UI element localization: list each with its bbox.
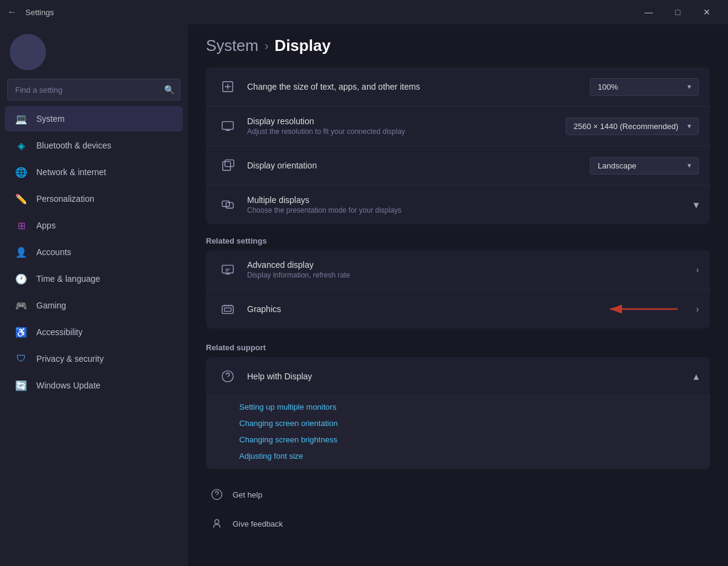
link-screen-brightness[interactable]: Changing screen brightness bbox=[206, 431, 710, 448]
link-multiple-monitors[interactable]: Setting up multiple monitors bbox=[206, 399, 710, 415]
multiple-displays-title: Multiple displays bbox=[247, 195, 693, 205]
sidebar-item-label: Windows Update bbox=[36, 381, 101, 390]
get-help-label: Get help bbox=[233, 490, 262, 499]
close-button[interactable]: ✕ bbox=[693, 2, 721, 22]
titlebar: ← Settings — □ ✕ bbox=[0, 0, 728, 24]
svg-rect-3 bbox=[225, 160, 234, 167]
sidebar-item-label: Accounts bbox=[36, 247, 71, 257]
multiple-displays-icon bbox=[217, 194, 239, 216]
help-icon bbox=[217, 365, 239, 387]
svg-rect-1 bbox=[222, 122, 233, 130]
graphics-control: › bbox=[696, 304, 699, 314]
svg-rect-2 bbox=[223, 162, 231, 171]
sidebar-item-system[interactable]: 💻 System bbox=[5, 106, 183, 132]
sidebar-item-accounts[interactable]: 👤 Accounts bbox=[5, 239, 183, 265]
collapse-icon: ▴ bbox=[693, 370, 699, 383]
link-screen-orientation[interactable]: Changing screen orientation bbox=[206, 415, 710, 431]
minimize-button[interactable]: — bbox=[635, 2, 663, 22]
chevron-down-icon: ▾ bbox=[687, 161, 691, 170]
give-feedback-icon bbox=[208, 515, 225, 532]
orientation-value: Landscape bbox=[598, 161, 637, 170]
scale-title: Change the size of text, apps, and other… bbox=[247, 82, 590, 92]
link-font-size[interactable]: Adjusting font size bbox=[206, 448, 710, 464]
help-title: Help with Display bbox=[247, 371, 693, 381]
resolution-subtitle: Adjust the resolution to fit your connec… bbox=[247, 127, 566, 136]
multiple-displays-control: ▾ bbox=[693, 198, 699, 211]
get-help-icon bbox=[208, 486, 225, 503]
multiple-displays-row[interactable]: Multiple displays Choose the presentatio… bbox=[206, 185, 710, 224]
help-expanded-section: Setting up multiple monitors Changing sc… bbox=[206, 396, 710, 469]
give-feedback-label: Give feedback bbox=[233, 519, 283, 528]
resolution-value: 2560 × 1440 (Recommended) bbox=[574, 122, 678, 131]
sidebar-item-label: Bluetooth & devices bbox=[36, 141, 111, 150]
sidebar-item-windows-update[interactable]: 🔄 Windows Update bbox=[5, 373, 183, 398]
sidebar-item-time[interactable]: 🕐 Time & language bbox=[5, 266, 183, 291]
svg-point-13 bbox=[215, 519, 219, 524]
scale-control: 100% ▾ bbox=[590, 78, 699, 96]
orientation-dropdown[interactable]: Landscape ▾ bbox=[590, 157, 699, 175]
sidebar-item-personalization[interactable]: ✏️ Personalization bbox=[5, 186, 183, 211]
related-settings-header: Related settings bbox=[206, 236, 710, 245]
advanced-display-title: Advanced display bbox=[247, 260, 696, 270]
resolution-icon bbox=[217, 115, 239, 137]
sidebar-item-accessibility[interactable]: ♿ Accessibility bbox=[5, 319, 183, 345]
breadcrumb: System › Display bbox=[206, 36, 710, 55]
chevron-right-icon: › bbox=[696, 265, 699, 275]
sidebar-item-label: Privacy & security bbox=[36, 354, 104, 364]
chevron-down-icon: ▾ bbox=[687, 82, 691, 91]
orientation-text: Display orientation bbox=[247, 161, 590, 170]
sidebar-item-bluetooth[interactable]: ◈ Bluetooth & devices bbox=[5, 133, 183, 158]
sidebar-item-network[interactable]: 🌐 Network & internet bbox=[5, 159, 183, 185]
personalization-icon: ✏️ bbox=[15, 192, 28, 205]
graphics-title: Graphics bbox=[247, 304, 605, 314]
sidebar-item-label: Time & language bbox=[36, 274, 100, 284]
search-input[interactable] bbox=[7, 79, 180, 101]
arrow-annotation bbox=[605, 302, 684, 316]
search-icon: 🔍 bbox=[164, 85, 174, 95]
gaming-icon: 🎮 bbox=[15, 299, 28, 312]
graphics-icon bbox=[217, 298, 239, 320]
sidebar-item-gaming[interactable]: 🎮 Gaming bbox=[5, 293, 183, 318]
sidebar-item-label: Personalization bbox=[36, 194, 94, 204]
svg-rect-7 bbox=[222, 306, 233, 314]
bluetooth-icon: ◈ bbox=[15, 139, 28, 152]
advanced-display-control: › bbox=[696, 265, 699, 275]
multiple-displays-subtitle: Choose the presentation mode for your di… bbox=[247, 206, 693, 215]
help-with-display-row[interactable]: Help with Display ▴ bbox=[206, 357, 710, 396]
breadcrumb-separator: › bbox=[265, 39, 269, 53]
get-help-link[interactable]: Get help bbox=[206, 481, 710, 508]
sidebar-item-apps[interactable]: ⊞ Apps bbox=[5, 213, 183, 238]
advanced-display-icon bbox=[217, 259, 239, 281]
scale-dropdown[interactable]: 100% ▾ bbox=[590, 78, 699, 96]
profile-section bbox=[0, 24, 188, 76]
privacy-icon: 🛡 bbox=[15, 352, 28, 365]
resolution-title: Display resolution bbox=[247, 116, 566, 126]
orientation-row: Display orientation Landscape ▾ bbox=[206, 146, 710, 185]
multiple-displays-text: Multiple displays Choose the presentatio… bbox=[247, 195, 693, 215]
main-content: System › Display Change the size of text… bbox=[188, 24, 728, 566]
chevron-down-icon: ▾ bbox=[687, 122, 691, 130]
breadcrumb-current: Display bbox=[274, 36, 331, 55]
resolution-dropdown[interactable]: 2560 × 1440 (Recommended) ▾ bbox=[566, 118, 699, 135]
scale-row: Change the size of text, apps, and other… bbox=[206, 67, 710, 107]
red-arrow-svg bbox=[605, 302, 684, 316]
maximize-button[interactable]: □ bbox=[664, 2, 692, 22]
bottom-links: Get help Give feedback bbox=[206, 481, 710, 537]
back-icon[interactable]: ← bbox=[7, 7, 17, 18]
breadcrumb-system[interactable]: System bbox=[206, 36, 259, 55]
windows-update-icon: 🔄 bbox=[15, 379, 28, 392]
sidebar-item-label: System bbox=[36, 114, 65, 124]
graphics-row[interactable]: Graphics › bbox=[206, 290, 710, 328]
sidebar-item-privacy[interactable]: 🛡 Privacy & security bbox=[5, 346, 183, 371]
orientation-control: Landscape ▾ bbox=[590, 157, 699, 175]
resolution-row: Display resolution Adjust the resolution… bbox=[206, 107, 710, 146]
advanced-display-row[interactable]: Advanced display Display information, re… bbox=[206, 250, 710, 290]
sidebar-item-label: Accessibility bbox=[36, 327, 82, 337]
system-icon: 💻 bbox=[15, 112, 28, 125]
time-icon: 🕐 bbox=[15, 272, 28, 285]
sidebar: 🔍 💻 System ◈ Bluetooth & devices 🌐 Netwo… bbox=[0, 24, 188, 566]
give-feedback-link[interactable]: Give feedback bbox=[206, 510, 710, 537]
sidebar-item-label: Apps bbox=[36, 221, 56, 230]
advanced-display-text: Advanced display Display information, re… bbox=[247, 260, 696, 279]
avatar bbox=[10, 34, 46, 70]
